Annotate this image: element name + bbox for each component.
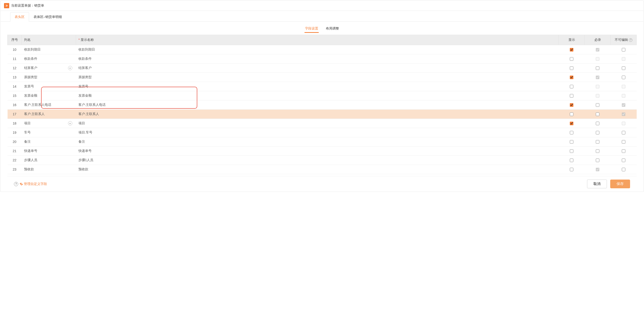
- required-checkbox[interactable]: [596, 103, 599, 107]
- show-checkbox[interactable]: [570, 112, 573, 116]
- table-row: 20备注备注: [8, 137, 637, 146]
- show-checkbox[interactable]: [570, 158, 573, 162]
- row-display-name[interactable]: 快递单号: [76, 146, 559, 156]
- row-display-name[interactable]: 票据类型: [76, 73, 559, 82]
- required-checkbox[interactable]: [596, 149, 599, 153]
- readonly-checkbox[interactable]: [622, 168, 625, 171]
- tab-body-area[interactable]: 表体区–销货单明细: [29, 12, 66, 22]
- help-icon[interactable]: ?: [629, 38, 632, 42]
- readonly-checkbox[interactable]: [622, 149, 625, 153]
- show-checkbox-cell: [559, 156, 585, 165]
- readonly-checkbox: [622, 103, 625, 107]
- show-checkbox[interactable]: [570, 103, 573, 107]
- row-display-name[interactable]: 预收款: [76, 165, 559, 174]
- row-display-name[interactable]: 步骤1人员: [76, 156, 559, 165]
- required-checkbox-cell: [585, 146, 611, 156]
- show-checkbox[interactable]: [570, 66, 573, 70]
- cancel-button[interactable]: 取消: [587, 180, 607, 188]
- readonly-checkbox: [622, 57, 625, 61]
- tab-header-area[interactable]: 表头区: [10, 12, 29, 22]
- readonly-checkbox[interactable]: [622, 158, 625, 162]
- show-checkbox[interactable]: [570, 131, 573, 134]
- show-checkbox[interactable]: [570, 76, 573, 79]
- row-index: 17: [8, 110, 22, 119]
- readonly-checkbox[interactable]: [622, 76, 625, 79]
- show-checkbox-cell: [559, 82, 585, 91]
- row-display-name[interactable]: 收款到期日: [76, 45, 559, 54]
- row-display-name[interactable]: 项目: [76, 119, 559, 128]
- row-index: 10: [8, 45, 22, 54]
- show-checkbox[interactable]: [570, 85, 573, 88]
- readonly-checkbox[interactable]: [622, 131, 625, 134]
- subtab-field-settings[interactable]: 字段设置: [304, 25, 319, 33]
- field-settings-table: 序号 列名 *显示名称 显示 必录 不可编辑? 10收款到期日收款到期日11收款…: [7, 35, 637, 174]
- row-index: 22: [8, 156, 22, 165]
- required-checkbox[interactable]: [596, 112, 599, 116]
- required-checkbox-cell: [585, 54, 611, 64]
- required-checkbox: [596, 85, 599, 88]
- subtab-layout-adjust[interactable]: 布局调整: [325, 25, 340, 33]
- required-checkbox-cell: [585, 100, 611, 110]
- row-display-name[interactable]: 客户.主联系人电话: [76, 100, 559, 110]
- help-circle-icon[interactable]: ?: [14, 182, 18, 186]
- manage-custom-fields-link[interactable]: 管理自定义字段: [20, 182, 47, 186]
- readonly-checkbox-cell: [611, 54, 637, 64]
- expand-sidebar-icon[interactable]: [4, 3, 9, 8]
- required-checkbox-cell: [585, 45, 611, 54]
- required-checkbox[interactable]: [596, 66, 599, 70]
- add-subfield-icon[interactable]: +: [68, 66, 72, 70]
- row-col-name: 客户.主联系人: [22, 110, 76, 119]
- readonly-checkbox[interactable]: [622, 48, 625, 52]
- required-checkbox[interactable]: [596, 122, 599, 125]
- table-row: 22步骤人员步骤1人员: [8, 156, 637, 165]
- table-row: 16客户.主联系人电话客户.主联系人电话: [8, 100, 637, 110]
- row-col-name: 发票金额: [22, 91, 76, 100]
- row-index: 18: [8, 119, 22, 128]
- readonly-checkbox[interactable]: [622, 66, 625, 70]
- th-col-name: 列名: [22, 35, 76, 45]
- row-col-name: 预收款: [22, 165, 76, 174]
- show-checkbox[interactable]: [570, 140, 573, 144]
- required-checkbox-cell: [585, 73, 611, 82]
- row-index: 13: [8, 73, 22, 82]
- show-checkbox-cell: [559, 110, 585, 119]
- required-checkbox[interactable]: [596, 140, 599, 144]
- row-display-name[interactable]: 备注: [76, 137, 559, 146]
- table-row: 21快递单号快递单号: [8, 146, 637, 156]
- row-index: 21: [8, 146, 22, 156]
- show-checkbox[interactable]: [570, 57, 573, 61]
- show-checkbox-cell: [559, 165, 585, 174]
- show-checkbox-cell: [559, 128, 585, 137]
- readonly-checkbox-cell: [611, 119, 637, 128]
- table-row: 13票据类型票据类型: [8, 73, 637, 82]
- required-checkbox-cell: [585, 91, 611, 100]
- show-checkbox-cell: [559, 146, 585, 156]
- readonly-checkbox-cell: [611, 82, 637, 91]
- show-checkbox[interactable]: [570, 94, 573, 98]
- required-checkbox[interactable]: [596, 131, 599, 134]
- row-display-name[interactable]: 项目.车号: [76, 128, 559, 137]
- show-checkbox[interactable]: [570, 48, 573, 52]
- current-doc-label: 当前设置单据：销货单: [11, 4, 44, 8]
- add-subfield-icon[interactable]: +: [68, 121, 72, 126]
- readonly-checkbox-cell: [611, 110, 637, 119]
- show-checkbox-cell: [559, 100, 585, 110]
- required-checkbox[interactable]: [596, 158, 599, 162]
- row-display-name[interactable]: 发票号: [76, 82, 559, 91]
- readonly-checkbox[interactable]: [622, 140, 625, 144]
- row-display-name[interactable]: 发票金额: [76, 91, 559, 100]
- save-button[interactable]: 保存: [610, 180, 630, 188]
- show-checkbox[interactable]: [570, 149, 573, 153]
- row-display-name[interactable]: 客户.主联系人: [76, 110, 559, 119]
- row-col-name: 快递单号: [22, 146, 76, 156]
- row-display-name[interactable]: 结算客户: [76, 64, 559, 73]
- th-readonly: 不可编辑?: [611, 35, 637, 45]
- th-required: 必录: [585, 35, 611, 45]
- readonly-checkbox: [622, 94, 625, 98]
- table-row: 19车号项目.车号: [8, 128, 637, 137]
- show-checkbox[interactable]: [570, 122, 573, 125]
- row-display-name[interactable]: 收款条件: [76, 54, 559, 64]
- header-bar: 当前设置单据：销货单: [1, 1, 643, 11]
- show-checkbox[interactable]: [570, 168, 573, 171]
- row-col-name: 备注: [22, 137, 76, 146]
